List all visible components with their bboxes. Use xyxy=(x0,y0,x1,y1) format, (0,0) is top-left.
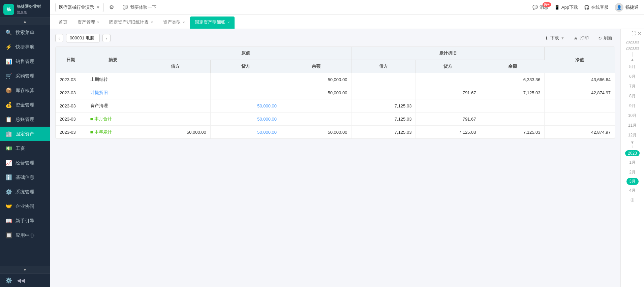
quicknav-icon: ⚡ xyxy=(5,44,12,50)
timeline-month-6[interactable]: 6月 xyxy=(621,72,644,82)
tab-depreciation[interactable]: 固定资产折旧统计表 × xyxy=(104,17,157,29)
sidebar-item-finance[interactable]: 💰 资金管理 xyxy=(0,98,50,112)
collapse-sidebar-icon[interactable]: ◀◀ xyxy=(17,277,25,284)
sidebar-item-fixedasset[interactable]: 🏢 固定资产 xyxy=(0,127,50,141)
tab-assettype-close[interactable]: × xyxy=(183,20,185,24)
timeline-expand-icon[interactable]: ⛶ xyxy=(632,31,636,36)
timeline-month-9[interactable]: 9月 xyxy=(621,101,644,111)
asset-next-button[interactable]: › xyxy=(102,34,111,42)
company-selector[interactable]: 医疗器械行业演示 ▼ xyxy=(55,3,104,12)
sidebar-item-quicknav[interactable]: ⚡ 快捷导航 xyxy=(0,40,50,54)
col-net-value: 净值 xyxy=(545,47,615,73)
sidebar-item-payroll[interactable]: 💵 工资 xyxy=(0,141,50,156)
appcenter-icon: 🔲 xyxy=(5,232,12,238)
timeline-up-arrow[interactable]: ▲ xyxy=(631,57,635,62)
basic-icon: ℹ️ xyxy=(5,174,12,181)
company-name: 医疗器械行业演示 xyxy=(59,4,94,10)
tab-detail-close[interactable]: × xyxy=(227,20,229,24)
cell-acc-credit: 7,125.03 xyxy=(416,126,480,139)
sidebar-item-business[interactable]: 📈 经营管理 xyxy=(0,156,50,170)
download-button[interactable]: ⬇ 下载 ▼ xyxy=(542,34,567,42)
asset-prev-button[interactable]: ‹ xyxy=(55,34,63,42)
sales-icon: 📊 xyxy=(5,58,12,65)
cell-orig-balance: 50,000.00 xyxy=(281,73,351,86)
tab-assettype-label: 资产类型 xyxy=(163,19,181,25)
tab-bar: 首页 资产管理 × 固定资产折旧统计表 × 资产类型 × 固定资产明细账 × xyxy=(50,15,644,29)
timeline-month-1[interactable]: 1月 xyxy=(621,158,644,167)
settings-icon[interactable]: ⚙️ xyxy=(5,277,12,284)
sidebar-item-guide[interactable]: 📖 新手引导 xyxy=(0,214,50,228)
timeline-month-4[interactable]: 4月 xyxy=(621,186,644,195)
col-orig-balance: 余额 xyxy=(281,60,351,73)
refresh-button[interactable]: ↻ 刷新 xyxy=(595,34,615,42)
print-button[interactable]: 🖨 打印 xyxy=(571,34,591,42)
cell-acc-balance xyxy=(480,99,545,113)
cell-acc-credit: 791.67 xyxy=(416,86,480,99)
messages-action[interactable]: 💬 消息 99+ xyxy=(532,4,548,10)
timeline-month-5[interactable]: 5月 xyxy=(621,62,644,72)
system-icon: ⚙️ xyxy=(5,189,12,195)
topbar-settings-icon[interactable]: ⚙ xyxy=(108,3,115,12)
sidebar-item-search[interactable]: 🔍 搜索菜单 xyxy=(0,25,50,40)
sidebar-item-label: 采购管理 xyxy=(16,73,34,79)
timeline-close-icon[interactable]: ✕ xyxy=(638,31,641,36)
sidebar-scroll-up[interactable]: ▲ xyxy=(23,19,27,24)
tab-home[interactable]: 首页 xyxy=(54,17,72,29)
timeline-month-11[interactable]: 11月 xyxy=(621,121,644,130)
cell-date: 2023-03 xyxy=(56,99,86,113)
inventory-icon: 📦 xyxy=(5,87,12,94)
online-service-action[interactable]: 🎧 在线客服 xyxy=(584,4,609,10)
sidebar-item-enterprise[interactable]: 🤝 企业协同 xyxy=(0,199,50,214)
sidebar-item-label: 基础信息 xyxy=(16,174,34,181)
tab-assetmgmt[interactable]: 资产管理 × xyxy=(73,17,104,29)
timeline-month-12[interactable]: 12月 xyxy=(621,130,644,140)
cell-date: 2023-03 xyxy=(56,86,86,99)
main-panel: ‹ 000001 电脑 › ⬇ 下载 ▼ 🖨 打印 xyxy=(50,29,620,287)
sidebar-item-sales[interactable]: 📊 销售管理 xyxy=(0,54,50,69)
messages-badge: 99+ xyxy=(543,2,551,7)
cell-summary: 上期结转 xyxy=(86,73,140,86)
sidebar-scroll-down[interactable]: ▼ xyxy=(23,267,27,272)
cell-date: 2023-03 xyxy=(56,73,86,86)
timeline-down-arrow[interactable]: ▼ xyxy=(631,140,635,145)
sidebar-item-basic[interactable]: ℹ️ 基础信息 xyxy=(0,170,50,185)
print-label: 打印 xyxy=(580,35,589,41)
summary-text: 计提折旧 xyxy=(90,90,108,95)
user-profile[interactable]: 👤 畅捷通 xyxy=(615,3,639,12)
cell-summary: 资产清理 xyxy=(86,99,140,113)
col-acc-credit: 贷方 xyxy=(416,60,480,73)
tab-assettype[interactable]: 资产类型 × xyxy=(158,17,189,29)
cell-acc-debit xyxy=(351,73,416,86)
timeline-month-7[interactable]: 7月 xyxy=(621,82,644,91)
app-logo-icon: 畅 xyxy=(3,4,14,15)
sidebar-item-ledger[interactable]: 📋 总账管理 xyxy=(0,112,50,127)
experience-button[interactable]: 💬 我要体验一下 xyxy=(119,3,160,12)
user-avatar: 👤 xyxy=(615,3,623,12)
cell-acc-balance: 7,125.03 xyxy=(480,86,545,99)
app-download-label: App下载 xyxy=(561,4,578,10)
sidebar-item-label: 资金管理 xyxy=(16,102,34,108)
download-icon: ⬇ xyxy=(545,36,549,41)
sidebar-item-purchase[interactable]: 🛒 采购管理 xyxy=(0,69,50,83)
tab-detail[interactable]: 固定资产明细账 × xyxy=(190,17,234,29)
month-badge: ■本月合计 xyxy=(90,116,112,122)
sidebar-item-appcenter[interactable]: 🔲 应用中心 xyxy=(0,228,50,243)
sidebar-item-label: 销售管理 xyxy=(16,59,34,65)
timeline-active-month[interactable]: 3月 xyxy=(626,178,639,185)
timeline-month-10[interactable]: 10月 xyxy=(621,111,644,121)
sidebar-item-inventory[interactable]: 📦 库存核算 xyxy=(0,83,50,98)
cell-net-value: 43,666.64 xyxy=(545,73,615,86)
timeline-bottom-arrow[interactable]: ⊕ xyxy=(630,197,635,203)
download-label: 下载 xyxy=(550,35,559,41)
tab-depreciation-close[interactable]: × xyxy=(151,20,153,24)
timeline-month-2[interactable]: 2月 xyxy=(621,167,644,177)
cell-acc-debit: 7,125.03 xyxy=(351,113,416,126)
app-download-action[interactable]: 📱 App下载 xyxy=(554,4,578,10)
tab-assetmgmt-close[interactable]: × xyxy=(97,20,99,24)
sidebar-item-label: 固定资产 xyxy=(16,131,34,137)
sidebar-item-system[interactable]: ⚙️ 系统管理 xyxy=(0,185,50,199)
timeline-month-8[interactable]: 8月 xyxy=(621,91,644,101)
cell-acc-debit xyxy=(351,86,416,99)
table-row: 2023-03 上期结转 50,000.00 6,333.36 43,666.6… xyxy=(56,73,615,86)
sidebar-item-label: 总账管理 xyxy=(16,117,34,123)
